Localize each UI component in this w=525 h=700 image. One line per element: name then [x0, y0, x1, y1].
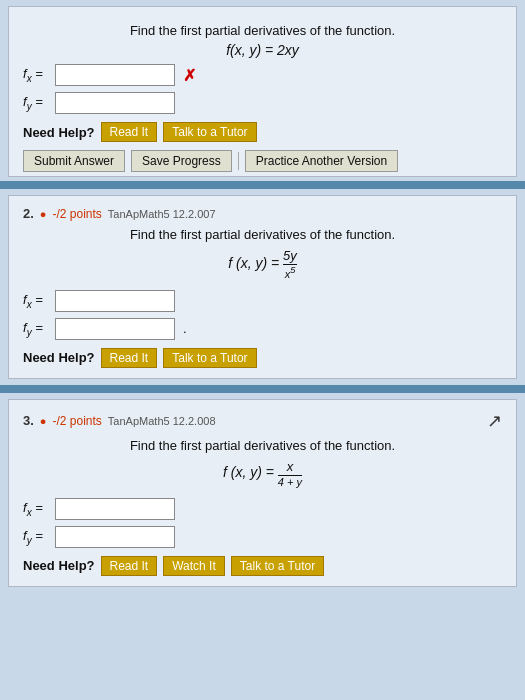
p1-wrong-icon: ✗ [183, 66, 196, 85]
p1-fy-row: fy = [23, 92, 502, 114]
p2-numerator: 5y [283, 248, 297, 265]
p2-read-it-button[interactable]: Read It [101, 348, 158, 368]
p2-points: -/2 points [53, 207, 102, 221]
p1-need-help-row: Need Help? Read It Talk to a Tutor [23, 122, 502, 142]
p1-fx-label: fx = [23, 66, 51, 84]
p1-fy-input[interactable] [55, 92, 175, 114]
problem-3-card: 3. ● -/2 points TanApMath5 12.2.008 ↗ Fi… [8, 399, 517, 587]
p2-fy-input[interactable] [55, 318, 175, 340]
p3-function: f (x, y) = x 4 + y [23, 459, 502, 488]
p2-fx-label: fx = [23, 292, 51, 310]
p3-need-help-row: Need Help? Read It Watch It Talk to a Tu… [23, 556, 502, 576]
p1-fy-label: fy = [23, 94, 51, 112]
p1-instruction: Find the first partial derivatives of th… [23, 15, 502, 42]
p2-talk-to-tutor-button[interactable]: Talk to a Tutor [163, 348, 256, 368]
p3-fx-label: fx = [23, 500, 51, 518]
p1-fx-input[interactable] [55, 64, 175, 86]
p2-course: TanApMath5 12.2.007 [108, 208, 216, 220]
p3-numerator: x [278, 459, 302, 476]
p3-talk-to-tutor-button[interactable]: Talk to a Tutor [231, 556, 324, 576]
p2-fx-input[interactable] [55, 290, 175, 312]
p1-fx-row: fx = ✗ [23, 64, 502, 86]
p3-cursor-icon: ↗ [487, 410, 502, 432]
p2-number: 2. [23, 206, 34, 221]
p3-fy-input[interactable] [55, 526, 175, 548]
p2-function: f (x, y) = 5y x5 [23, 248, 502, 280]
p2-fy-row: fy = . [23, 318, 502, 340]
p2-period: . [183, 321, 187, 336]
page-wrapper: Find the first partial derivatives of th… [0, 6, 525, 587]
p3-points: -/2 points [53, 414, 102, 428]
p3-plus-icon: ● [40, 415, 47, 427]
p1-action-row: Submit Answer Save Progress Practice Ano… [23, 150, 502, 172]
divider-2 [0, 385, 525, 393]
p1-talk-to-tutor-button[interactable]: Talk to a Tutor [163, 122, 256, 142]
p2-instruction: Find the first partial derivatives of th… [23, 227, 502, 242]
p1-practice-button[interactable]: Practice Another Version [245, 150, 398, 172]
problem-1-card: Find the first partial derivatives of th… [8, 6, 517, 177]
p3-fy-row: fy = [23, 526, 502, 548]
p3-number: 3. [23, 413, 34, 428]
p3-denominator: 4 + y [278, 476, 302, 488]
p1-submit-button[interactable]: Submit Answer [23, 150, 125, 172]
p1-read-it-button[interactable]: Read It [101, 122, 158, 142]
p2-fraction: 5y x5 [283, 248, 297, 280]
p2-plus-icon: ● [40, 208, 47, 220]
p1-separator [238, 152, 239, 170]
p3-fy-label: fy = [23, 528, 51, 546]
p3-fx-input[interactable] [55, 498, 175, 520]
p3-need-help-label: Need Help? [23, 558, 95, 573]
p1-function: f(x, y) = 2xy [23, 42, 502, 64]
p2-need-help-row: Need Help? Read It Talk to a Tutor [23, 348, 502, 368]
p1-save-button[interactable]: Save Progress [131, 150, 232, 172]
p2-fx-row: fx = [23, 290, 502, 312]
p1-need-help-label: Need Help? [23, 125, 95, 140]
p3-watch-it-button[interactable]: Watch It [163, 556, 225, 576]
p3-instruction: Find the first partial derivatives of th… [23, 438, 502, 453]
p3-header: 3. ● -/2 points TanApMath5 12.2.008 ↗ [23, 410, 502, 432]
p2-header: 2. ● -/2 points TanApMath5 12.2.007 [23, 206, 502, 221]
p3-read-it-button[interactable]: Read It [101, 556, 158, 576]
p2-denominator: x5 [283, 265, 297, 280]
p3-fx-row: fx = [23, 498, 502, 520]
p2-fy-label: fy = [23, 320, 51, 338]
p3-course: TanApMath5 12.2.008 [108, 415, 216, 427]
p2-need-help-label: Need Help? [23, 350, 95, 365]
p3-fraction: x 4 + y [278, 459, 302, 488]
problem-2-card: 2. ● -/2 points TanApMath5 12.2.007 Find… [8, 195, 517, 379]
divider-1 [0, 181, 525, 189]
